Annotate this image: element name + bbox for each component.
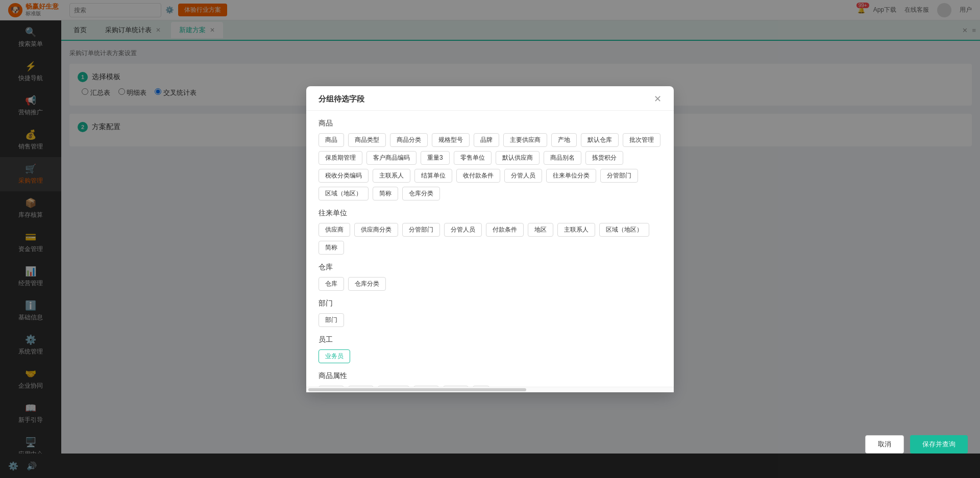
- field-tag-product-type[interactable]: 商品类型: [348, 133, 386, 147]
- field-tag-spec-model[interactable]: 规格型号: [432, 133, 470, 147]
- field-tag-pick-score[interactable]: 拣货积分: [585, 151, 623, 165]
- field-grid-dept: 部门: [318, 313, 662, 327]
- cancel-button[interactable]: 取消: [865, 435, 904, 454]
- field-tag-brand[interactable]: 品牌: [474, 133, 499, 147]
- field-tag-dept-mgmt-cp[interactable]: 分管部门: [402, 223, 440, 237]
- field-grid-counterpart: 供应商 供应商分类 分管部门 分管人员 付款条件 地区 主联系人 区域（地区） …: [318, 223, 662, 255]
- field-tag-dept-managed[interactable]: 分管部门: [600, 169, 638, 183]
- section-title-product: 商品: [318, 119, 662, 128]
- field-grid-warehouse: 仓库 仓库分类: [318, 277, 662, 291]
- modal-close-button[interactable]: ✕: [654, 94, 662, 104]
- field-tag-supplier-category[interactable]: 供应商分类: [354, 223, 398, 237]
- modal-overlay: 分组待选字段 ✕ 商品 商品 商品类型 商品分类 规格型号 品牌 主要供应商 产…: [0, 0, 980, 478]
- field-tag-abbrev-product[interactable]: 简称: [373, 187, 398, 200]
- field-tag-abbrev-cp[interactable]: 简称: [318, 241, 344, 255]
- section-title-warehouse: 仓库: [318, 263, 662, 272]
- field-tag-weight3[interactable]: 重量3: [421, 151, 450, 165]
- save-button[interactable]: 保存并查询: [910, 435, 968, 454]
- modal-title: 分组待选字段: [318, 94, 364, 104]
- field-tag-tax-code[interactable]: 税收分类编码: [318, 169, 369, 183]
- modal: 分组待选字段 ✕ 商品 商品 商品类型 商品分类 规格型号 品牌 主要供应商 产…: [306, 86, 674, 392]
- field-tag-supplier[interactable]: 供应商: [318, 223, 350, 237]
- field-tag-retail-unit[interactable]: 零售单位: [454, 151, 492, 165]
- field-tag-default-warehouse[interactable]: 默认仓库: [581, 133, 619, 147]
- modal-header: 分组待选字段 ✕: [306, 86, 674, 111]
- field-tag-origin[interactable]: 产地: [551, 133, 577, 147]
- field-tag-region-cp[interactable]: 地区: [528, 223, 553, 237]
- field-tag-salesperson[interactable]: 业务员: [318, 349, 350, 363]
- field-tag-manager-cp[interactable]: 分管人员: [444, 223, 482, 237]
- field-tag-settlement-unit[interactable]: 结算单位: [414, 169, 452, 183]
- field-tag-shelf-life[interactable]: 保质期管理: [318, 151, 362, 165]
- section-title-counterpart: 往来单位: [318, 209, 662, 218]
- field-tag-main-contact[interactable]: 主联系人: [373, 169, 410, 183]
- modal-body: 商品 商品 商品类型 商品分类 规格型号 品牌 主要供应商 产地 默认仓库 批次…: [306, 111, 674, 387]
- field-tag-main-contact-cp[interactable]: 主联系人: [557, 223, 595, 237]
- field-tag-product-alias[interactable]: 商品别名: [544, 151, 581, 165]
- field-tag-product-category[interactable]: 商品分类: [390, 133, 428, 147]
- field-tag-default-supplier[interactable]: 默认供应商: [496, 151, 540, 165]
- field-tag-warehouse-cat[interactable]: 仓库分类: [348, 277, 386, 291]
- section-title-product-attr: 商品属性: [318, 371, 662, 381]
- field-tag-manager[interactable]: 分管人员: [504, 169, 542, 183]
- field-tag-customer-code[interactable]: 客户商品编码: [366, 151, 416, 165]
- field-tag-dept[interactable]: 部门: [318, 313, 344, 327]
- modal-horizontal-scrollbar[interactable]: [306, 387, 674, 392]
- section-title-employee: 员工: [318, 335, 662, 344]
- field-tag-payment-terms-cp[interactable]: 付款条件: [486, 223, 524, 237]
- field-tag-area-cp[interactable]: 区域（地区）: [599, 223, 649, 237]
- field-grid-employee: 业务员: [318, 349, 662, 363]
- page-footer: 取消 保存并查询: [865, 435, 968, 454]
- modal-hscroll-thumb: [308, 388, 526, 391]
- field-tag-batch-mgmt[interactable]: 批次管理: [623, 133, 660, 147]
- field-grid-product: 商品 商品类型 商品分类 规格型号 品牌 主要供应商 产地 默认仓库 批次管理 …: [318, 133, 662, 200]
- field-tag-payment-terms[interactable]: 收付款条件: [456, 169, 500, 183]
- field-tag-product[interactable]: 商品: [318, 133, 344, 147]
- field-tag-warehouse-category[interactable]: 仓库分类: [402, 187, 440, 200]
- field-tag-counterpart-category[interactable]: 往来单位分类: [546, 169, 596, 183]
- field-tag-warehouse[interactable]: 仓库: [318, 277, 344, 291]
- section-title-dept: 部门: [318, 299, 662, 308]
- field-tag-region-product[interactable]: 区域（地区）: [318, 187, 369, 200]
- field-tag-main-supplier[interactable]: 主要供应商: [503, 133, 547, 147]
